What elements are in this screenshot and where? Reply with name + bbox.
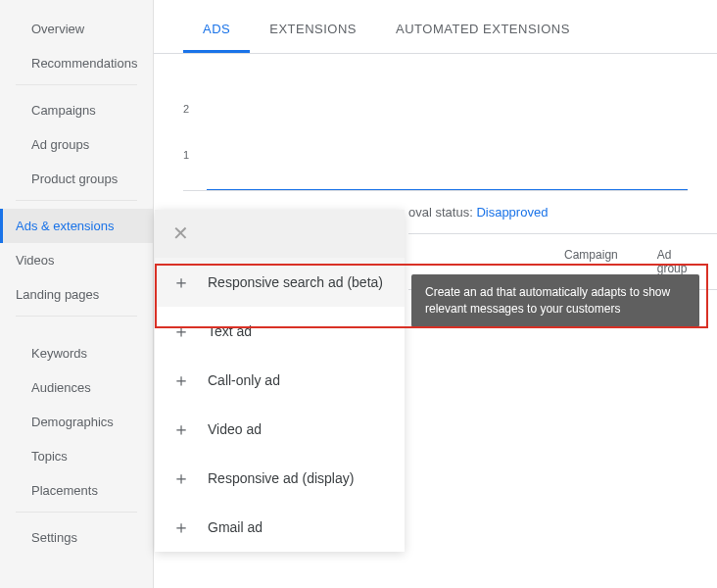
- menu-video-ad[interactable]: ＋ Video ad: [155, 405, 405, 454]
- close-icon[interactable]: ✕: [172, 222, 189, 244]
- menu-item-label: Responsive search ad (beta): [208, 274, 383, 290]
- sidebar-item-placements[interactable]: Placements: [16, 473, 137, 508]
- plus-icon: ＋: [172, 371, 190, 389]
- ad-type-menu: ✕ ＋ Responsive search ad (beta) ＋ Text a…: [155, 210, 405, 552]
- plus-icon: ＋: [172, 420, 190, 438]
- sidebar-item-overview[interactable]: Overview: [16, 12, 137, 46]
- sidebar-item-recommendations[interactable]: Recommendations: [16, 46, 137, 80]
- sidebar-item-product-groups[interactable]: Product groups: [16, 162, 137, 196]
- plus-icon: ＋: [172, 518, 190, 536]
- menu-item-label: Text ad: [208, 323, 252, 339]
- sidebar-item-landing-pages[interactable]: Landing pages: [0, 277, 153, 312]
- menu-item-label: Responsive ad (display): [208, 470, 354, 486]
- filter-value-link[interactable]: Disapproved: [476, 205, 548, 220]
- tab-extensions[interactable]: EXTENSIONS: [250, 8, 376, 53]
- tooltip: Create an ad that automatically adapts t…: [411, 274, 699, 327]
- plus-icon: ＋: [172, 469, 190, 487]
- filter-label: oval status:: [408, 205, 476, 220]
- sidebar-item-keywords[interactable]: Keywords: [16, 336, 137, 370]
- chart-ytick: 1: [183, 149, 189, 161]
- sidebar-item-audiences[interactable]: Audiences: [16, 370, 137, 405]
- menu-header: ✕: [155, 210, 405, 258]
- sidebar: Overview Recommendations Campaigns Ad gr…: [0, 0, 154, 588]
- sidebar-item-settings[interactable]: Settings: [16, 520, 137, 555]
- sidebar-item-topics[interactable]: Topics: [16, 439, 137, 473]
- plus-icon: ＋: [172, 273, 190, 291]
- menu-call-only-ad[interactable]: ＋ Call-only ad: [155, 356, 405, 405]
- menu-responsive-search-ad[interactable]: ＋ Responsive search ad (beta): [155, 258, 405, 307]
- tab-ads[interactable]: ADS: [183, 8, 250, 53]
- tab-automated-extensions[interactable]: AUTOMATED EXTENSIONS: [376, 8, 590, 53]
- menu-item-label: Call-only ad: [208, 372, 280, 388]
- tabs: ADS EXTENSIONS AUTOMATED EXTENSIONS: [154, 0, 717, 54]
- sidebar-item-demographics[interactable]: Demographics: [16, 405, 137, 439]
- menu-responsive-ad-display[interactable]: ＋ Responsive ad (display): [155, 454, 405, 503]
- plus-icon: ＋: [172, 322, 190, 340]
- menu-text-ad[interactable]: ＋ Text ad: [155, 307, 405, 356]
- sidebar-item-campaigns[interactable]: Campaigns: [16, 93, 137, 127]
- menu-item-label: Video ad: [208, 421, 262, 437]
- chart-ytick: 2: [183, 103, 189, 115]
- sidebar-item-ads-extensions[interactable]: Ads & extensions: [0, 209, 153, 243]
- chart-baseline: [207, 189, 688, 190]
- sidebar-item-ad-groups[interactable]: Ad groups: [16, 127, 137, 162]
- menu-item-label: Gmail ad: [208, 519, 263, 535]
- menu-gmail-ad[interactable]: ＋ Gmail ad: [155, 503, 405, 552]
- chart: 2 1: [154, 54, 717, 191]
- sidebar-item-videos[interactable]: Videos: [0, 243, 153, 277]
